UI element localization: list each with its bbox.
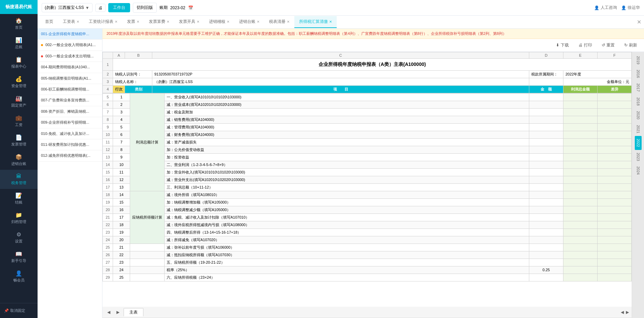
list-item-003[interactable]: 003-一般企业成本支出明细... bbox=[38, 51, 102, 62]
col-amount-cell[interactable] bbox=[529, 274, 563, 281]
unpin-button[interactable]: 📌 取消固定 bbox=[3, 306, 35, 315]
print-button[interactable]: 🖨 打印 bbox=[576, 41, 595, 50]
tabbar-close-all[interactable]: ✕ bbox=[637, 19, 641, 25]
col-amount-cell[interactable] bbox=[529, 116, 563, 123]
tab-tax-clear[interactable]: 税表清册 ✕ bbox=[264, 16, 294, 28]
tab-invoice[interactable]: 发票 ✕ bbox=[122, 16, 144, 28]
col-amount-cell[interactable] bbox=[529, 108, 563, 116]
col-amount-cell[interactable] bbox=[529, 198, 563, 206]
col-profit-cell[interactable] bbox=[563, 244, 598, 251]
col-amount-cell[interactable] bbox=[529, 93, 563, 101]
col-profit-cell[interactable] bbox=[563, 191, 598, 198]
tab-invoice-open[interactable]: 发票开具 ✕ bbox=[174, 16, 204, 28]
tab-payroll-stats[interactable]: 工资统计报表 ✕ bbox=[84, 16, 122, 28]
calendar-icon[interactable]: 📅 bbox=[188, 5, 193, 10]
company-selector[interactable]: (勿删）江西服宝-LSS ▼ bbox=[42, 3, 93, 12]
spreadsheet-container[interactable]: A B C D E F bbox=[102, 52, 632, 307]
tab-payroll[interactable]: 工资表 ✕ bbox=[58, 16, 84, 28]
user-menu[interactable]: 👤 徐运华 bbox=[621, 5, 640, 11]
tab-payroll-close[interactable]: ✕ bbox=[76, 20, 79, 24]
col-diff-cell[interactable] bbox=[598, 259, 632, 266]
tab-invoice-fee-close[interactable]: ✕ bbox=[167, 20, 169, 24]
col-diff-cell[interactable] bbox=[598, 274, 632, 281]
sidebar-item-assets[interactable]: 🏭 固定资产 bbox=[0, 92, 38, 111]
col-amount-cell[interactable] bbox=[529, 191, 563, 198]
col-amount-cell[interactable] bbox=[529, 221, 563, 229]
col-diff-cell[interactable] bbox=[598, 198, 632, 206]
tab-income-tax-close[interactable]: ✕ bbox=[329, 20, 332, 24]
tab-income-tax[interactable]: 所得税汇算清缴 ✕ bbox=[294, 16, 337, 28]
col-profit-cell[interactable] bbox=[563, 108, 598, 116]
sidebar-item-tax[interactable]: 🏛 税务管理 bbox=[0, 170, 38, 189]
col-profit-cell[interactable] bbox=[563, 153, 598, 161]
col-profit-cell[interactable] bbox=[563, 168, 598, 176]
list-item-002[interactable]: 002-一般企业收入明细表(A1... bbox=[38, 40, 102, 51]
sidebar-item-guide[interactable]: 📖 新手引导 bbox=[0, 247, 38, 267]
col-amount-cell[interactable] bbox=[529, 123, 563, 131]
col-amount-cell[interactable] bbox=[529, 168, 563, 176]
list-item-001[interactable]: 001-企业所得税年度纳税申... bbox=[38, 29, 102, 40]
col-diff-cell[interactable] bbox=[598, 138, 632, 146]
col-diff-cell[interactable] bbox=[598, 206, 632, 213]
ai-consult-button[interactable]: 👤 人工咨询 bbox=[594, 5, 617, 11]
col-profit-cell[interactable] bbox=[563, 176, 598, 183]
col-amount-cell[interactable] bbox=[529, 244, 563, 251]
year-2017[interactable]: 2017 bbox=[635, 81, 642, 94]
col-profit-cell[interactable] bbox=[563, 259, 598, 266]
col-amount-cell[interactable] bbox=[529, 101, 563, 108]
reset-button[interactable]: ↺ 重置 bbox=[599, 41, 617, 50]
scroll-left-icon[interactable]: ◀ bbox=[621, 310, 624, 315]
sidebar-item-home[interactable]: 🏠 首页 bbox=[0, 14, 38, 33]
col-profit-cell[interactable] bbox=[563, 138, 598, 146]
col-profit-cell[interactable] bbox=[563, 266, 598, 274]
col-amount-cell[interactable]: 0.25 bbox=[529, 266, 563, 274]
list-item-011[interactable]: 011-研发费用加计扣除优惠... bbox=[38, 139, 102, 150]
col-amount-cell[interactable] bbox=[529, 161, 563, 168]
sidebar-item-closing[interactable]: 📝 结账 bbox=[0, 189, 38, 208]
tab-audit-close[interactable]: ✕ bbox=[227, 20, 229, 24]
col-amount-cell[interactable] bbox=[529, 183, 563, 191]
print-icon-btn[interactable]: 🖨 bbox=[95, 4, 106, 12]
col-profit-cell[interactable] bbox=[563, 131, 598, 138]
col-profit-cell[interactable] bbox=[563, 274, 598, 281]
col-profit-cell[interactable] bbox=[563, 251, 598, 259]
sidebar-item-purchase[interactable]: 📦 进销台账 bbox=[0, 150, 38, 170]
tab-ledger-close[interactable]: ✕ bbox=[257, 20, 260, 24]
list-item-007[interactable]: 007-广告费和业务宣传费跌... bbox=[38, 95, 102, 106]
tab-invoice-open-close[interactable]: ✕ bbox=[197, 20, 199, 24]
col-profit-cell[interactable] bbox=[563, 221, 598, 229]
year-2022[interactable]: 2022 bbox=[635, 136, 642, 150]
col-diff-cell[interactable] bbox=[598, 146, 632, 153]
tab-invoice-close[interactable]: ✕ bbox=[137, 20, 139, 24]
sidebar-item-invoices[interactable]: 📄 发票管理 bbox=[0, 131, 38, 150]
col-amount-cell[interactable] bbox=[529, 251, 563, 259]
col-diff-cell[interactable] bbox=[598, 131, 632, 138]
col-diff-cell[interactable] bbox=[598, 244, 632, 251]
tab-audit[interactable]: 进销稽核 ✕ bbox=[204, 16, 234, 28]
col-amount-cell[interactable] bbox=[529, 206, 563, 213]
list-item-012[interactable]: 012-减免所得税优惠明细表(... bbox=[38, 150, 102, 161]
download-button[interactable]: ⬇ 下载 bbox=[553, 41, 572, 50]
col-profit-cell[interactable] bbox=[563, 213, 598, 221]
year-2021[interactable]: 2021 bbox=[635, 122, 642, 136]
col-amount-cell[interactable] bbox=[529, 176, 563, 183]
year-2016[interactable]: 2016 bbox=[635, 67, 642, 81]
col-diff-cell[interactable] bbox=[598, 161, 632, 168]
tab-home[interactable]: 首页 bbox=[40, 16, 58, 28]
sidebar-item-funds[interactable]: 💰 资金管理 bbox=[0, 72, 38, 92]
sidebar-item-payroll[interactable]: 💼 工资 bbox=[0, 111, 38, 131]
sidebar-item-reports[interactable]: 📋 报表中心 bbox=[0, 53, 38, 72]
nav-prev[interactable]: ◀ bbox=[105, 309, 112, 315]
col-diff-cell[interactable] bbox=[598, 153, 632, 161]
col-diff-cell[interactable] bbox=[598, 229, 632, 236]
col-profit-cell[interactable] bbox=[563, 146, 598, 153]
col-profit-cell[interactable] bbox=[563, 116, 598, 123]
list-item-005[interactable]: 005-纳税调整项目明细表(A1... bbox=[38, 73, 102, 84]
year-2019[interactable]: 2019 bbox=[635, 53, 642, 67]
col-amount-cell[interactable] bbox=[529, 259, 563, 266]
col-profit-cell[interactable] bbox=[563, 161, 598, 168]
col-profit-cell[interactable] bbox=[563, 183, 598, 191]
year-2018[interactable]: 2018 bbox=[635, 95, 642, 108]
list-item-008[interactable]: 008-资产折旧、摊销及纳税... bbox=[38, 106, 102, 117]
col-amount-cell[interactable] bbox=[529, 213, 563, 221]
